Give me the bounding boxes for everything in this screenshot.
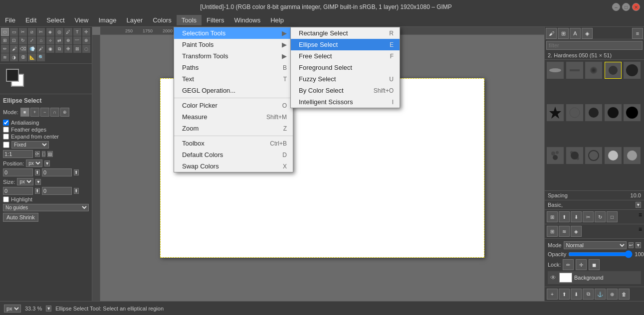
tool-zoom[interactable]: 🔍 <box>37 53 45 61</box>
panel-tab-dynamics[interactable]: ◈ <box>582 28 593 39</box>
menu-tools[interactable]: Tools <box>177 15 202 25</box>
panel-tab-fonts[interactable]: A <box>570 28 581 39</box>
panel-tab-patterns[interactable]: ⊞ <box>558 28 569 39</box>
new-layer-btn[interactable]: + <box>547 289 558 300</box>
opacity-slider[interactable] <box>568 250 633 258</box>
menu-item-measure[interactable]: Measure Shift+M <box>174 111 293 123</box>
tool-scissors[interactable]: ✄ <box>37 28 45 36</box>
ratio-extra[interactable]: ▤ <box>47 151 53 157</box>
layer-tool-3[interactable]: ◈ <box>571 226 582 237</box>
menu-filters[interactable]: Filters <box>202 15 229 25</box>
layer-visibility[interactable]: 👁 <box>549 274 557 282</box>
close-button[interactable]: ✕ <box>632 3 640 11</box>
expand-checkbox[interactable] <box>3 134 9 140</box>
menu-item-toolbox[interactable]: Toolbox Ctrl+B <box>174 138 293 149</box>
fixed-checkbox[interactable] <box>3 142 9 148</box>
menu-windows[interactable]: Windows <box>229 15 265 25</box>
size-w-spin[interactable]: ⬆ <box>35 188 40 194</box>
pos-y-input[interactable] <box>42 168 72 176</box>
brush-tool-5[interactable]: ↻ <box>595 211 606 222</box>
brush-cell-4[interactable] <box>605 62 622 79</box>
foreground-color[interactable] <box>6 69 19 82</box>
tool-free-select[interactable]: ✂ <box>19 28 27 36</box>
selection-submenu-popup[interactable]: Rectangle Select R Ellipse Select E Free… <box>290 27 400 108</box>
ratio-reset[interactable]: ⟳ <box>35 151 40 157</box>
tool-transform[interactable]: ⊗ <box>82 36 90 44</box>
menu-image[interactable]: Image <box>93 15 121 25</box>
sel-item-foreground[interactable]: Foreground Select <box>291 62 400 73</box>
brush-tool-6[interactable]: □ <box>607 211 618 222</box>
lock-pixels[interactable]: ✏ <box>563 259 574 270</box>
brush-tool-3[interactable]: ⬇ <box>571 211 582 222</box>
tool-cage[interactable]: ⊕ <box>64 36 72 44</box>
minimize-button[interactable]: – <box>612 3 620 11</box>
pos-x-spin[interactable]: ⬆ <box>35 169 40 175</box>
tool-rotate[interactable]: ↻ <box>19 36 27 44</box>
lower-layer-btn[interactable]: ⬇ <box>571 289 582 300</box>
brush-cell-6[interactable] <box>547 104 564 121</box>
pos-y-spin[interactable]: ⬆ <box>74 169 79 175</box>
brush-filter-input[interactable] <box>546 41 643 50</box>
tool-fuzzy-select[interactable]: ⧄ <box>28 28 36 36</box>
tool-move[interactable]: ✛ <box>82 28 90 36</box>
mode-select[interactable]: Normal <box>564 241 627 249</box>
layer-tool-1[interactable]: ⊞ <box>547 226 558 237</box>
tool-paint[interactable]: 🖌 <box>10 45 18 53</box>
mode-subtract[interactable]: − <box>40 108 49 117</box>
tool-shear[interactable]: ⌂ <box>37 36 45 44</box>
zoom-dropdown[interactable]: ▼ <box>46 306 51 312</box>
mode-intersect[interactable]: ∩ <box>50 108 59 117</box>
brush-cell-5[interactable] <box>624 62 641 79</box>
tool-heal[interactable]: ✙ <box>64 45 72 53</box>
tool-eraser[interactable]: ⌫ <box>19 45 27 53</box>
tool-warp[interactable]: 〰 <box>73 36 81 44</box>
mode-extra1[interactable]: ⊕ <box>60 108 69 117</box>
layer-panel-menu[interactable]: ≡ <box>639 226 642 237</box>
anchor-layer-btn[interactable]: ⚓ <box>595 289 606 300</box>
tool-blur[interactable]: ◌ <box>82 45 90 53</box>
brush-cell-10[interactable] <box>624 104 641 121</box>
delete-layer-btn[interactable]: 🗑 <box>619 289 630 300</box>
menu-item-paint-tools[interactable]: Paint Tools ▶ <box>174 39 293 50</box>
brush-cell-9[interactable] <box>605 104 622 121</box>
menu-help[interactable]: Help <box>265 15 289 25</box>
tools-menu-popup[interactable]: Selection Tools ▶ Paint Tools ▶ Transfor… <box>174 27 293 172</box>
menu-select[interactable]: Select <box>41 15 69 25</box>
tool-ink[interactable]: 🖋 <box>37 45 45 53</box>
sel-item-scissors[interactable]: Intelligent Scissors I <box>291 96 400 108</box>
sel-item-ellipse[interactable]: Ellipse Select E <box>291 39 400 50</box>
tool-text[interactable]: T <box>73 28 81 36</box>
duplicate-layer-btn[interactable]: ⧉ <box>583 289 594 300</box>
tool-perspective-clone[interactable]: ⊠ <box>73 45 81 53</box>
brush-cell-8[interactable] <box>585 104 602 121</box>
merge-layer-btn[interactable]: ⊕ <box>607 289 618 300</box>
menu-item-selection-tools[interactable]: Selection Tools ▶ <box>174 27 293 39</box>
brush-tool-1[interactable]: ⊞ <box>547 211 558 222</box>
lock-alpha[interactable]: ◼ <box>589 259 600 270</box>
tool-flip[interactable]: ⇄ <box>55 36 63 44</box>
tool-align[interactable]: ⊞ <box>1 36 9 44</box>
tool-dodge[interactable]: ◑ <box>10 53 18 61</box>
pos-unit[interactable]: px <box>26 159 42 167</box>
ratio-link[interactable]: □ <box>42 151 45 157</box>
size-h-spin[interactable]: ⬆ <box>74 188 79 194</box>
fg-bg-color-selector[interactable] <box>6 69 26 89</box>
pos-x-input[interactable] <box>3 168 33 176</box>
tool-pencil[interactable]: ✏ <box>1 45 9 53</box>
menu-item-transform-tools[interactable]: Transform Tools ▶ <box>174 50 293 62</box>
ratio-input[interactable] <box>3 150 33 158</box>
tool-measure[interactable]: 📐 <box>28 53 36 61</box>
brush-cell-14[interactable] <box>605 147 622 164</box>
tool-ellipse-select[interactable]: ⬭ <box>1 28 9 36</box>
tool-airbrush[interactable]: 💨 <box>28 45 36 53</box>
brush-cell-1[interactable] <box>547 62 564 79</box>
size-w-input[interactable] <box>3 187 33 195</box>
tool-by-color[interactable]: ◈ <box>46 28 54 36</box>
menu-item-colorpicker[interactable]: Color Picker O <box>174 100 293 111</box>
pos-arrow[interactable]: ▼ <box>44 160 50 166</box>
menu-item-default-colors[interactable]: Default Colors D <box>174 149 293 160</box>
tool-clone[interactable]: ⧉ <box>55 45 63 53</box>
sel-item-rectangle[interactable]: Rectangle Select R <box>291 27 400 39</box>
maximize-button[interactable]: □ <box>622 3 630 11</box>
brush-panel-menu[interactable]: ≡ <box>639 211 642 222</box>
